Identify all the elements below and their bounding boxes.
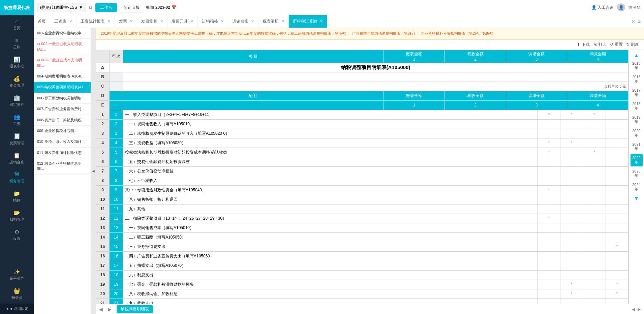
table-cell[interactable] bbox=[538, 223, 560, 232]
close-icon[interactable]: ✕ bbox=[69, 19, 72, 24]
table-cell[interactable]: 9 bbox=[110, 185, 123, 195]
table-cell[interactable] bbox=[560, 119, 583, 129]
table-cell[interactable] bbox=[560, 232, 583, 242]
table-cell[interactable]: 19 bbox=[96, 280, 110, 289]
print-button[interactable]: 🖨 打印 bbox=[593, 42, 607, 48]
table-cell-xiangmu[interactable]: （五）捐赠支出（填写A105070） bbox=[123, 261, 538, 270]
table-cell[interactable] bbox=[560, 251, 583, 261]
table-cell[interactable] bbox=[560, 223, 583, 232]
table-cell[interactable] bbox=[606, 214, 628, 223]
table-cell[interactable]: * bbox=[560, 110, 583, 119]
table-cell[interactable] bbox=[583, 166, 606, 176]
tab-invoice-issue[interactable]: 发票开具✕ bbox=[167, 15, 198, 28]
close-icon[interactable]: ✕ bbox=[221, 19, 224, 24]
table-cell[interactable] bbox=[606, 261, 628, 270]
table-cell[interactable] bbox=[538, 261, 560, 270]
sidebar-item-member[interactable]: 👑 畅会员 bbox=[0, 284, 34, 304]
sidebar-item-guide[interactable]: ✨ 新手引导 bbox=[0, 265, 34, 284]
table-cell[interactable] bbox=[606, 251, 628, 261]
table-cell[interactable]: 8 bbox=[110, 176, 123, 185]
tab-purchase-ledger[interactable]: 进销台账✕ bbox=[228, 15, 258, 28]
table-cell[interactable] bbox=[538, 129, 560, 138]
table-cell[interactable] bbox=[606, 138, 628, 148]
table-cell[interactable]: * bbox=[560, 289, 583, 299]
sidebar-unpin-button[interactable]: ◄◄ 取消固定 bbox=[0, 304, 34, 314]
year-nav-up[interactable]: ▲ bbox=[634, 53, 639, 59]
table-cell[interactable] bbox=[560, 129, 583, 138]
table-cell[interactable] bbox=[538, 270, 560, 280]
table-cell[interactable] bbox=[538, 157, 560, 166]
table-cell[interactable]: 17 bbox=[96, 261, 110, 270]
left-panel-item-003[interactable]: ⊘ 003-一般企业成本支出明细... bbox=[34, 55, 91, 71]
table-cell[interactable]: 18 bbox=[96, 270, 110, 280]
year-button[interactable]: 2023年 bbox=[631, 167, 643, 180]
close-all-icon[interactable]: ✕ bbox=[631, 19, 635, 24]
table-cell[interactable]: 3 bbox=[96, 129, 110, 138]
table-cell[interactable]: 16 bbox=[96, 251, 110, 261]
tab-payroll[interactable]: 工资表✕ bbox=[50, 15, 76, 28]
table-cell[interactable] bbox=[606, 204, 628, 214]
table-cell-xiangmu[interactable]: （七）罚金、罚款和被没收财物的损失 bbox=[123, 280, 538, 289]
table-cell-xiangmu[interactable]: （二）未按权责发生制原则确认的收入（填写A105020 0） bbox=[123, 129, 538, 138]
year-button[interactable]: 2022年 bbox=[631, 154, 643, 166]
table-cell[interactable]: * bbox=[560, 280, 583, 289]
table-cell[interactable] bbox=[560, 195, 583, 204]
table-cell-xiangmu[interactable]: （四）广告费和业务宣传费支出（填写A105060） bbox=[123, 251, 538, 261]
sidebar-item-report[interactable]: 📊 报表中心 bbox=[0, 53, 34, 72]
year-button[interactable]: 2019年 bbox=[631, 114, 643, 126]
table-cell[interactable] bbox=[606, 223, 628, 232]
table-cell[interactable]: 12 bbox=[96, 214, 110, 223]
table-cell[interactable] bbox=[606, 299, 628, 304]
workbench-button[interactable]: 工作台 bbox=[95, 3, 117, 12]
table-cell[interactable]: * bbox=[560, 138, 583, 148]
table-cell[interactable] bbox=[538, 204, 560, 214]
table-cell[interactable]: 8 bbox=[96, 176, 110, 185]
close-icon[interactable]: ✕ bbox=[251, 19, 254, 24]
table-cell[interactable] bbox=[560, 148, 583, 157]
year-button[interactable]: 2018年 bbox=[631, 100, 643, 113]
table-cell-xiangmu[interactable]: 其中：专项用途财政性资金（填写A105040） bbox=[123, 185, 538, 195]
year-button[interactable]: 2015年 bbox=[631, 60, 643, 72]
left-panel-item-009[interactable]: 009-企业所得税补亏明... bbox=[34, 126, 91, 136]
table-cell[interactable] bbox=[538, 289, 560, 299]
tab-income-tax[interactable]: 所得税汇算缴✕ bbox=[289, 15, 327, 28]
table-cell[interactable]: 6 bbox=[96, 157, 110, 166]
table-cell-xiangmu[interactable]: （三）投资收益（填写A105030） bbox=[123, 138, 538, 148]
table-cell[interactable] bbox=[583, 157, 606, 166]
bottom-tab-sheet[interactable]: 纳税调整明细表 bbox=[117, 305, 153, 313]
table-cell[interactable]: 1 bbox=[96, 110, 110, 119]
table-cell-xiangmu[interactable]: 按权益法核算长期股权投资对初始投资成本调整 确认收益 bbox=[123, 148, 538, 157]
table-cell[interactable] bbox=[606, 166, 628, 176]
table-cell[interactable]: * bbox=[538, 110, 560, 119]
sidebar-item-assets[interactable]: 🏢 固定资产 bbox=[0, 91, 34, 111]
tab-payroll-stats[interactable]: 工资统计报表✕ bbox=[76, 15, 115, 28]
tab-invoice-calc[interactable]: 发票测算✕ bbox=[137, 15, 167, 28]
table-cell[interactable] bbox=[606, 157, 628, 166]
table-cell[interactable] bbox=[560, 204, 583, 214]
table-cell[interactable]: 16 bbox=[110, 251, 123, 261]
table-cell[interactable]: 1 bbox=[110, 110, 123, 119]
tab-home[interactable]: 首页 bbox=[34, 15, 50, 28]
sidebar-item-ledger[interactable]: ≡ 总账 bbox=[0, 34, 34, 53]
close-icon[interactable]: ✕ bbox=[281, 19, 284, 24]
table-cell[interactable]: 15 bbox=[96, 242, 110, 251]
table-cell[interactable] bbox=[583, 232, 606, 242]
table-cell[interactable]: 2 bbox=[110, 119, 123, 129]
table-cell[interactable] bbox=[606, 176, 628, 185]
menu-icon[interactable]: ≡ bbox=[638, 19, 641, 24]
year-button[interactable]: 2017年 bbox=[631, 87, 643, 99]
table-cell[interactable]: 6 bbox=[110, 157, 123, 166]
sidebar-item-invoice[interactable]: 🧾 发票管理 bbox=[0, 130, 34, 149]
support-button[interactable]: 👤 人工咨询 bbox=[591, 5, 614, 10]
table-cell[interactable]: 15 bbox=[110, 242, 123, 251]
table-cell[interactable] bbox=[583, 280, 606, 289]
table-cell[interactable] bbox=[560, 157, 583, 166]
table-cell-xiangmu[interactable]: （七）不征税收入 bbox=[123, 176, 538, 185]
table-cell[interactable]: 13 bbox=[110, 223, 123, 232]
table-cell[interactable]: * bbox=[583, 148, 606, 157]
table-cell[interactable] bbox=[538, 166, 560, 176]
table-cell-xiangmu[interactable]: 一、收入类调整项目（2+3+4+5+6+7+8+10+11） bbox=[123, 110, 538, 119]
table-cell[interactable] bbox=[583, 195, 606, 204]
sidebar-item-close[interactable]: 📁 结账 bbox=[0, 187, 34, 206]
table-cell[interactable] bbox=[560, 270, 583, 280]
